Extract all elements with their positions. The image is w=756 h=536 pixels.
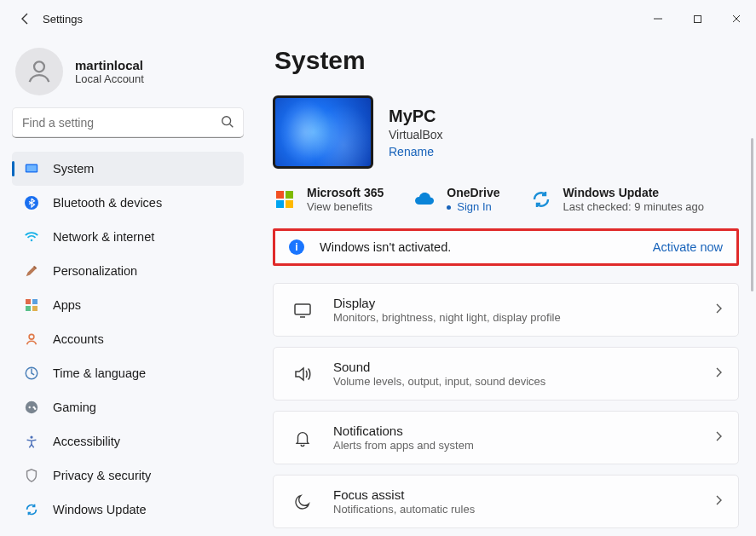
page-title: System (274, 46, 739, 75)
nav-label: Accessibility (53, 435, 120, 448)
onedrive-signin[interactable]: Sign In (457, 200, 491, 213)
minimize-button[interactable] (638, 6, 678, 32)
svg-rect-7 (26, 299, 31, 304)
nav-label: Privacy & security (53, 469, 151, 482)
activation-banner[interactable]: i Windows isn't activated. Activate now (273, 228, 739, 266)
svg-rect-8 (32, 299, 38, 304)
apps-icon (24, 297, 39, 313)
nav-apps[interactable]: Apps (12, 288, 244, 322)
search-box (12, 107, 244, 138)
tile-title: Microsoft 365 (307, 186, 384, 199)
card-title: Notifications (333, 424, 697, 438)
chevron-right-icon (713, 303, 724, 317)
card-sub: Notifications, automatic rules (333, 503, 697, 516)
tile-m365[interactable]: Microsoft 365 View benefits (273, 186, 384, 213)
update-icon (24, 502, 39, 517)
chevron-right-icon (713, 494, 724, 509)
nav-gaming[interactable]: Gaming (12, 390, 244, 424)
account-type: Local Account (75, 72, 144, 85)
activation-message: Windows isn't activated. (320, 240, 451, 254)
avatar (15, 48, 63, 95)
accessibility-icon (24, 434, 39, 449)
sound-icon (291, 362, 315, 386)
m365-icon (273, 187, 297, 211)
svg-rect-0 (694, 15, 701, 22)
rename-link[interactable]: Rename (389, 145, 434, 158)
setting-notifications[interactable]: Notifications Alerts from apps and syste… (273, 411, 739, 464)
window-controls (638, 6, 756, 32)
activate-now-link[interactable]: Activate now (653, 240, 723, 254)
device-model: VirtualBox (389, 128, 443, 141)
search-input[interactable] (12, 107, 244, 138)
nav-label: Network & internet (53, 230, 154, 244)
bell-icon (291, 426, 315, 450)
nav-bluetooth[interactable]: Bluetooth & devices (12, 186, 244, 220)
nav-update[interactable]: Windows Update (12, 493, 244, 527)
nav: System Bluetooth & devices Network & int… (12, 152, 244, 527)
account-name: martinlocal (75, 58, 144, 72)
svg-rect-19 (295, 304, 310, 314)
device-row: MyPC VirtualBox Rename (273, 95, 739, 169)
nav-time[interactable]: Time & language (12, 356, 244, 390)
svg-rect-9 (26, 306, 31, 311)
account-block[interactable]: martinlocal Local Account (12, 48, 244, 95)
card-sub: Alerts from apps and system (333, 439, 697, 452)
bluetooth-icon (24, 195, 39, 210)
titlebar: Settings (0, 0, 756, 37)
svg-point-11 (29, 334, 34, 339)
svg-point-6 (31, 239, 33, 242)
nav-personalization[interactable]: Personalization (12, 254, 244, 288)
svg-rect-4 (26, 165, 37, 171)
nav-network[interactable]: Network & internet (12, 220, 244, 254)
back-button[interactable] (17, 10, 34, 27)
svg-point-13 (26, 401, 38, 413)
onedrive-icon (413, 187, 436, 211)
sidebar: martinlocal Local Account System Bluetoo… (0, 37, 256, 536)
search-icon (220, 114, 235, 132)
clock-globe-icon (24, 366, 39, 381)
maximize-button[interactable] (678, 6, 717, 32)
tile-title: Windows Update (563, 186, 705, 199)
status-dot-icon (447, 205, 451, 210)
nav-accounts[interactable]: Accounts (12, 322, 244, 356)
tile-sub: Last checked: 9 minutes ago (563, 200, 705, 213)
tile-update[interactable]: Windows Update Last checked: 9 minutes a… (529, 186, 705, 213)
system-icon (24, 161, 39, 176)
nav-label: System (53, 162, 94, 176)
nav-label: Personalization (53, 264, 137, 278)
display-icon (291, 298, 315, 322)
gaming-icon (24, 400, 39, 415)
device-thumbnail (273, 95, 373, 169)
nav-label: Time & language (53, 366, 146, 380)
wifi-icon (24, 229, 39, 245)
svg-rect-16 (286, 191, 293, 199)
svg-rect-18 (286, 200, 293, 208)
setting-focus[interactable]: Focus assist Notifications, automatic ru… (273, 475, 739, 528)
card-sub: Volume levels, output, input, sound devi… (333, 375, 697, 388)
chevron-right-icon (713, 430, 724, 445)
svg-point-14 (30, 435, 32, 438)
moon-icon (291, 490, 315, 514)
svg-rect-10 (32, 306, 38, 311)
card-sub: Monitors, brightness, night light, displ… (333, 311, 697, 324)
svg-rect-17 (276, 200, 284, 208)
setting-display[interactable]: Display Monitors, brightness, night ligh… (273, 283, 739, 337)
svg-point-2 (222, 117, 231, 125)
tile-title: OneDrive (447, 186, 499, 199)
nav-accessibility[interactable]: Accessibility (12, 424, 244, 458)
card-title: Sound (333, 360, 697, 374)
nav-system[interactable]: System (12, 152, 244, 186)
update-tile-icon (529, 187, 553, 211)
info-icon: i (289, 239, 304, 255)
nav-privacy[interactable]: Privacy & security (12, 458, 244, 493)
close-button[interactable] (717, 6, 756, 32)
nav-label: Gaming (53, 401, 96, 414)
scrollbar-thumb[interactable] (751, 138, 753, 291)
device-name: MyPC (389, 107, 443, 126)
nav-label: Accounts (53, 332, 104, 346)
tile-onedrive[interactable]: OneDrive Sign In (413, 186, 499, 213)
setting-sound[interactable]: Sound Volume levels, output, input, soun… (273, 347, 739, 401)
brush-icon (24, 263, 39, 279)
svg-point-1 (34, 61, 44, 72)
main: System MyPC VirtualBox Rename Microsoft … (256, 37, 756, 536)
